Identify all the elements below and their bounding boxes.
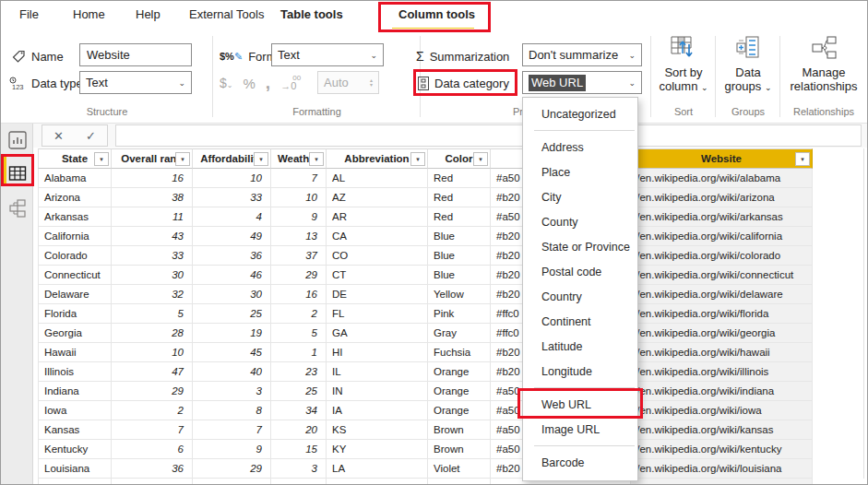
cell-affordability[interactable]: [193, 479, 271, 484]
dropdown-item-latitude[interactable]: Latitude: [523, 334, 637, 359]
cell-state[interactable]: Kentucky: [38, 440, 112, 459]
column-header-color[interactable]: Color▾: [428, 148, 491, 169]
decimal-places-icon[interactable]: 00 →0: [280, 75, 303, 91]
column-filter-button[interactable]: ▾: [309, 152, 324, 166]
cell-state[interactable]: Arkansas: [38, 207, 112, 227]
cell-website[interactable]: //en.wikipedia.org/wiki/alabama: [631, 169, 813, 188]
cell-weather[interactable]: 29: [271, 266, 327, 285]
dropdown-item-barcode[interactable]: Barcode: [523, 450, 637, 475]
cell-color[interactable]: [428, 479, 491, 484]
cell-abbreviation[interactable]: HI: [327, 343, 428, 362]
cell-affordability[interactable]: 3: [193, 382, 271, 401]
model-view-icon[interactable]: [8, 199, 27, 218]
cell-website[interactable]: //en.wikipedia.org/wiki/hawaii: [631, 343, 813, 362]
menu-item-external-tools[interactable]: External Tools: [189, 7, 264, 21]
cell-affordability[interactable]: 33: [193, 188, 271, 207]
cell-abbreviation[interactable]: KY: [327, 440, 428, 459]
cell-overall-rank[interactable]: 33: [112, 246, 193, 266]
cell-affordability[interactable]: 30: [193, 285, 271, 304]
cell-website[interactable]: //en.wikipedia.org/wiki/iowa: [631, 401, 813, 420]
cell-overall-rank[interactable]: 47: [112, 362, 193, 382]
menu-item-column-tools[interactable]: Column tools: [398, 7, 475, 21]
dropdown-item-postal-code[interactable]: Postal code: [523, 259, 637, 284]
cell-weather[interactable]: 37: [271, 246, 327, 266]
cell-state[interactable]: Kansas: [38, 420, 112, 440]
commit-icon[interactable]: ✓: [86, 129, 96, 143]
cell-website[interactable]: //en.wikipedia.org/wiki/illinois: [631, 362, 813, 382]
cell-website[interactable]: //en.wikipedia.org/wiki/arizona: [631, 188, 813, 207]
cell-overall-rank[interactable]: 29: [112, 382, 193, 401]
cell-affordability[interactable]: 10: [193, 169, 271, 188]
cell-website[interactable]: [631, 479, 813, 484]
column-header-overall-rank[interactable]: Overall rank▾: [112, 148, 193, 169]
cell-state[interactable]: Arizona: [38, 188, 112, 207]
cell-color[interactable]: Brown: [428, 440, 491, 459]
column-header-abbreviation[interactable]: Abbreviation▾: [327, 148, 428, 169]
cell-weather[interactable]: 25: [271, 382, 327, 401]
cell-affordability[interactable]: 19: [193, 324, 271, 343]
data-groups-button[interactable]: Data groups ⌄: [716, 36, 780, 95]
column-filter-button[interactable]: ▾: [410, 152, 425, 166]
cell-state[interactable]: Indiana: [38, 382, 112, 401]
cell-weather[interactable]: 9: [271, 207, 327, 227]
cell-overall-rank[interactable]: 36: [112, 459, 193, 479]
column-filter-button[interactable]: ▾: [795, 152, 810, 166]
cell-overall-rank[interactable]: 30: [112, 266, 193, 285]
cell-overall-rank[interactable]: 6: [112, 440, 193, 459]
column-filter-button[interactable]: ▾: [175, 152, 190, 166]
column-name-input[interactable]: [79, 43, 192, 66]
spinner-arrows-icon[interactable]: ▴▾: [370, 78, 373, 88]
cell-overall-rank[interactable]: 10: [112, 343, 193, 362]
cell-overall-rank[interactable]: 5: [112, 304, 193, 324]
menu-item-file[interactable]: File: [19, 7, 39, 21]
cell-website[interactable]: //en.wikipedia.org/wiki/california: [631, 227, 813, 246]
cell-affordability[interactable]: 7: [193, 420, 271, 440]
cell-affordability[interactable]: 46: [193, 266, 271, 285]
cell-website[interactable]: //en.wikipedia.org/wiki/connecticut: [631, 266, 813, 285]
column-header-weather[interactable]: Weather▾: [271, 148, 327, 169]
column-header-affordability[interactable]: Affordability▾: [193, 148, 271, 169]
cell-overall-rank[interactable]: 28: [112, 324, 193, 343]
cell-weather[interactable]: 15: [271, 440, 327, 459]
cell-affordability[interactable]: 8: [193, 401, 271, 420]
menu-item-home[interactable]: Home: [73, 7, 105, 21]
column-filter-button[interactable]: ▾: [94, 152, 109, 166]
cell-state[interactable]: [38, 479, 112, 484]
cell-abbreviation[interactable]: KS: [327, 420, 428, 440]
cell-state[interactable]: Hawaii: [38, 343, 112, 362]
cell-weather[interactable]: 1: [271, 343, 327, 362]
manage-relationships-button[interactable]: Manage relationships: [780, 36, 867, 93]
cell-affordability[interactable]: 45: [193, 343, 271, 362]
cell-abbreviation[interactable]: AZ: [327, 188, 428, 207]
cell-abbreviation[interactable]: DE: [327, 285, 428, 304]
menu-item-help[interactable]: Help: [136, 7, 161, 21]
dropdown-item-state-or-province[interactable]: State or Province: [523, 234, 637, 259]
cell-state[interactable]: Louisiana: [38, 459, 112, 479]
cell-weather[interactable]: 20: [271, 420, 327, 440]
cell-abbreviation[interactable]: IL: [327, 362, 428, 382]
dropdown-item-city[interactable]: City: [523, 184, 637, 209]
cell-weather[interactable]: 23: [271, 362, 327, 382]
cell-state[interactable]: Delaware: [38, 285, 112, 304]
cell-state[interactable]: California: [38, 227, 112, 246]
cell-weather[interactable]: 5: [271, 324, 327, 343]
cell-overall-rank[interactable]: 2: [112, 401, 193, 420]
cell-state[interactable]: Florida: [38, 304, 112, 324]
cell-state[interactable]: Colorado: [38, 246, 112, 266]
cell-state[interactable]: Iowa: [38, 401, 112, 420]
cancel-icon[interactable]: ✕: [54, 129, 64, 143]
cell-color[interactable]: Red: [428, 169, 491, 188]
cell-weather[interactable]: 10: [271, 188, 327, 207]
cell-abbreviation[interactable]: LA: [327, 459, 428, 479]
cell-abbreviation[interactable]: CO: [327, 246, 428, 266]
cell-state[interactable]: Alabama: [38, 169, 112, 188]
cell-color[interactable]: Yellow: [428, 285, 491, 304]
cell-weather[interactable]: 7: [271, 169, 327, 188]
sort-by-column-button[interactable]: Sort by column ⌄: [651, 36, 716, 95]
dropdown-item-uncategorized[interactable]: Uncategorized: [523, 101, 637, 126]
cell-website[interactable]: //en.wikipedia.org/wiki/arkansas: [631, 207, 813, 227]
cell-website[interactable]: //en.wikipedia.org/wiki/indiana: [631, 382, 813, 401]
cell-weather[interactable]: 2: [271, 304, 327, 324]
menu-item-table-tools[interactable]: Table tools: [280, 7, 343, 21]
thousands-separator-icon[interactable]: ,: [266, 78, 270, 88]
